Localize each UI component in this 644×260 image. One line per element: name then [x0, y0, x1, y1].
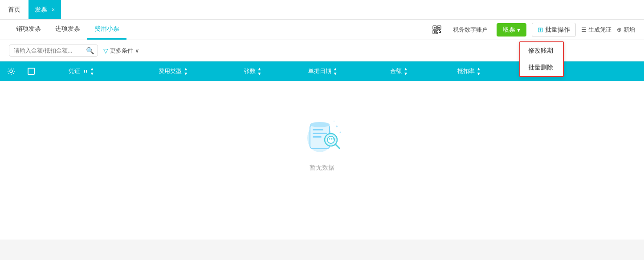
th-deduct-rate: 抵扣率 ▲▼: [434, 66, 504, 76]
svg-rect-9: [439, 32, 441, 33]
empty-text: 暂无数据: [310, 164, 334, 172]
toolbar-right: 税务数字账户 取票 ▾ ⊞ 批量操作 ☰ 生成凭证 ⊕ 新增 修改账期 批量删除: [430, 23, 635, 37]
batch-op-label: 批量操作: [545, 26, 570, 34]
more-filter-label: 更多条件: [110, 47, 133, 55]
sort-count[interactable]: ▲▼: [257, 66, 262, 76]
svg-point-24: [336, 126, 338, 127]
svg-point-21: [329, 138, 330, 140]
dropdown-item-modify-period[interactable]: 修改账期: [520, 42, 563, 59]
batch-op-dropdown: 修改账期 批量删除: [519, 41, 564, 77]
svg-rect-7: [439, 30, 440, 31]
svg-point-17: [310, 122, 330, 127]
svg-rect-1: [434, 27, 436, 28]
empty-icon: [298, 108, 346, 157]
sort-expense-type[interactable]: ▲▼: [183, 66, 188, 76]
main-content: 凭证 ▲▼ 费用类型 ▲▼ 张数 ▲▼ 单据日期 ▲▼ 金额 ▲▼ 抵扣率 ▲▼…: [0, 61, 644, 240]
svg-rect-6: [437, 30, 438, 31]
empty-state: 暂无数据: [0, 81, 644, 190]
gen-voucher-button[interactable]: ☰ 生成凭证: [581, 26, 611, 34]
more-filter-arrow: ∨: [135, 47, 139, 54]
qr-icon[interactable]: [430, 23, 444, 37]
more-filter-button[interactable]: ▽ 更多条件 ∨: [103, 47, 139, 55]
svg-rect-5: [434, 31, 436, 33]
tab-input[interactable]: 进项发票: [48, 20, 87, 40]
sort-date[interactable]: ▲▼: [333, 66, 338, 76]
nav-home[interactable]: 首页: [0, 0, 29, 19]
batch-op-button[interactable]: ⊞ 批量操作: [532, 23, 576, 37]
th-settings[interactable]: [0, 67, 22, 75]
add-icon: ⊕: [617, 26, 622, 33]
svg-rect-8: [437, 32, 438, 34]
svg-point-19: [327, 136, 334, 143]
svg-point-26: [334, 121, 334, 122]
th-voucher: 凭证 ▲▼: [40, 66, 122, 76]
search-input[interactable]: [9, 45, 98, 57]
take-ticket-button[interactable]: 取票 ▾: [497, 23, 526, 37]
svg-point-23: [333, 138, 334, 140]
take-ticket-label: 取票: [503, 26, 515, 34]
sub-tabs: 销项发票 进项发票 费用小票: [9, 20, 126, 40]
add-label: 新增: [624, 26, 635, 34]
svg-point-11: [10, 70, 12, 73]
gen-voucher-icon: ☰: [581, 26, 587, 33]
nav-tab-close-icon[interactable]: ×: [52, 7, 55, 13]
nav-tab-invoice[interactable]: 发票 ×: [29, 0, 61, 19]
search-input-wrap: 🔍: [9, 45, 98, 57]
add-button[interactable]: ⊕ 新增: [617, 26, 635, 34]
sub-tabs-bar: 销项发票 进项发票 费用小票 税务数字账户 取票 ▾: [0, 20, 644, 40]
sort-voucher[interactable]: ▲▼: [90, 66, 94, 76]
th-count: 张数 ▲▼: [224, 66, 281, 76]
svg-rect-15: [313, 133, 327, 134]
th-amount: 金额 ▲▼: [364, 66, 434, 76]
tax-account-btn[interactable]: 税务数字账户: [449, 26, 491, 34]
svg-line-20: [335, 144, 339, 148]
th-date: 单据日期 ▲▼: [281, 66, 364, 76]
th-expense-type: 费用类型 ▲▼: [122, 66, 224, 76]
svg-point-22: [331, 138, 332, 140]
search-icon-button[interactable]: 🔍: [86, 47, 94, 55]
sort-amount[interactable]: ▲▼: [404, 66, 408, 76]
tab-expense[interactable]: 费用小票: [87, 20, 126, 40]
header-checkbox[interactable]: [28, 68, 35, 75]
sort-deduct-rate[interactable]: ▲▼: [477, 66, 481, 76]
th-checkbox[interactable]: [22, 68, 40, 75]
svg-point-25: [340, 132, 341, 133]
svg-rect-14: [313, 129, 323, 130]
filter-icon: ▽: [103, 47, 108, 54]
batch-op-icon: ⊞: [538, 26, 543, 34]
nav-tab-label: 发票: [35, 6, 47, 14]
svg-rect-3: [438, 27, 440, 28]
take-ticket-arrow: ▾: [517, 26, 520, 33]
dropdown-item-batch-delete[interactable]: 批量删除: [520, 59, 563, 76]
top-nav: 首页 发票 ×: [0, 0, 644, 20]
gen-voucher-label: 生成凭证: [588, 26, 611, 34]
svg-rect-10: [440, 31, 441, 32]
tab-sales[interactable]: 销项发票: [9, 20, 48, 40]
svg-rect-16: [313, 136, 322, 138]
